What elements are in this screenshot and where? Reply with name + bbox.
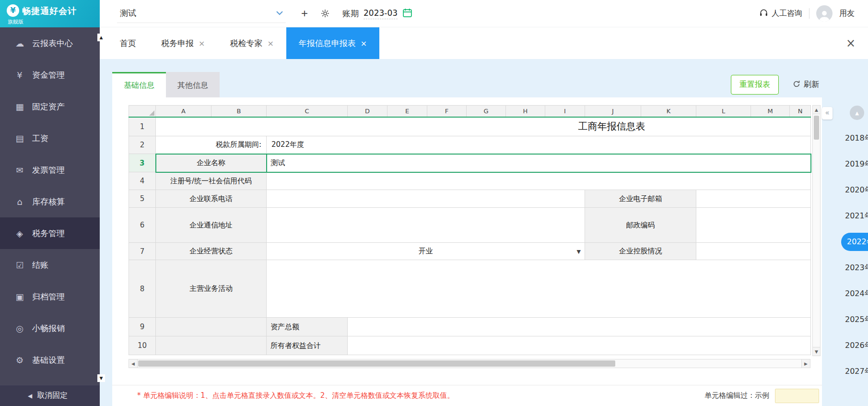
row-header[interactable]: 3 <box>129 154 156 172</box>
year-item-2022[interactable]: 2022年 <box>841 233 868 251</box>
column-header[interactable]: L <box>696 106 751 117</box>
gear-icon[interactable] <box>320 9 330 18</box>
column-header[interactable]: I <box>545 106 585 117</box>
row-header[interactable]: 9 <box>129 318 156 336</box>
sidebar-item-invoices[interactable]: ✉发票管理 <box>0 154 100 186</box>
horizontal-scroll-thumb[interactable] <box>138 360 615 367</box>
account-select[interactable]: 测试 <box>117 4 286 23</box>
year-item-2023[interactable]: 2023年 <box>822 259 868 277</box>
sidebar-item-payroll[interactable]: ▤工资 <box>0 122 100 154</box>
column-header[interactable]: F <box>427 106 467 117</box>
cell-business-status[interactable]: 开业 ▼ <box>267 243 585 260</box>
company-name-label: 企业名称 <box>156 154 267 172</box>
sidebar-item-inventory[interactable]: ⌂库存核算 <box>0 186 100 217</box>
dropdown-arrow-icon[interactable]: ▼ <box>577 248 581 254</box>
row-header[interactable]: 2 <box>129 136 156 154</box>
add-account-button[interactable]: + <box>301 7 308 20</box>
year-item-2027[interactable]: 2027年 <box>822 362 868 381</box>
regcode-label: 注册号/统一社会信用代码 <box>156 172 267 190</box>
reset-report-button[interactable]: 重置报表 <box>731 75 779 95</box>
period-cell-value[interactable]: 2022年度 <box>267 136 811 154</box>
sidebar-item-settings[interactable]: ⚙基础设置 <box>0 344 100 376</box>
sidebar-item-cloud-reports[interactable]: ☁云报表中心 <box>0 27 100 59</box>
tab-tax-filing[interactable]: 税务申报× <box>149 27 217 59</box>
edited-cell-swatch <box>775 389 819 403</box>
scroll-top-button[interactable]: ▲ <box>850 106 864 120</box>
cell-company-name[interactable]: 测试 <box>267 154 811 172</box>
tab-label: 税检专家 <box>230 38 262 49</box>
year-item-2018[interactable]: 2018年 <box>822 129 868 147</box>
column-header[interactable]: E <box>387 106 427 117</box>
sidebar-scroll-up-icon[interactable]: ▲ <box>97 34 105 41</box>
edition-badge: 旗舰版 <box>8 18 23 25</box>
cell-address[interactable] <box>267 208 585 243</box>
sidebar-item-guide[interactable]: ✎新手引导 <box>0 376 100 385</box>
year-item-2025[interactable]: 2025年 <box>822 310 868 329</box>
close-tab-icon[interactable]: × <box>267 39 273 48</box>
tab-home[interactable]: 首页 <box>107 27 149 59</box>
year-item-2024[interactable]: 2024年 <box>822 285 868 303</box>
row-header[interactable]: 7 <box>129 243 156 260</box>
close-tab-icon[interactable]: × <box>361 39 367 48</box>
reimburse-icon: ◎ <box>14 323 25 334</box>
column-header[interactable]: H <box>506 106 545 117</box>
avatar[interactable] <box>816 5 833 22</box>
close-page-icon[interactable]: × <box>846 27 856 59</box>
row-header[interactable]: 4 <box>129 172 156 190</box>
unpin-sidebar-button[interactable]: ◀ 取消固定 <box>0 385 100 406</box>
period-value[interactable]: 2023-03 <box>364 8 398 19</box>
cell-zip[interactable] <box>696 208 811 243</box>
cell-email[interactable] <box>696 190 811 208</box>
cell-business[interactable] <box>267 260 811 318</box>
scroll-down-icon[interactable]: ▼ <box>813 347 820 356</box>
sidebar-item-label: 工资 <box>32 133 48 144</box>
row-header[interactable]: 10 <box>129 336 156 355</box>
year-item-2019[interactable]: 2019年 <box>822 155 868 173</box>
cell-assets[interactable] <box>348 318 811 336</box>
year-item-2020[interactable]: 2020年 <box>822 181 868 199</box>
vertical-scroll-thumb[interactable] <box>814 116 819 140</box>
sidebar-item-tax[interactable]: ◈税务管理 <box>0 217 100 249</box>
scroll-left-icon[interactable]: ◀ <box>129 359 138 368</box>
sheet-horizontal-scrollbar[interactable]: ◀ ▶ <box>129 359 810 368</box>
column-header[interactable]: N <box>790 106 811 117</box>
tab-other-info[interactable]: 其他信息 <box>166 72 220 97</box>
sidebar-scroll-down-icon[interactable]: ▼ <box>97 374 105 382</box>
cell-regcode[interactable] <box>267 172 811 190</box>
column-header[interactable]: J <box>585 106 641 117</box>
sheet-vertical-scrollbar[interactable]: ▲ ▼ <box>812 105 821 356</box>
cell-equity[interactable] <box>348 336 811 355</box>
sidebar-item-funds[interactable]: ¥资金管理 <box>0 59 100 91</box>
sidebar-item-archive[interactable]: ▣归档管理 <box>0 281 100 312</box>
column-header[interactable]: B <box>211 106 267 117</box>
scroll-right-icon[interactable]: ▶ <box>801 359 810 368</box>
tab-basic-info[interactable]: 基础信息 <box>112 72 166 97</box>
tab-annual-report[interactable]: 年报信息申报表× <box>286 27 379 59</box>
column-header[interactable]: K <box>641 106 696 117</box>
row-header[interactable]: 8 <box>129 260 156 318</box>
scroll-up-icon[interactable]: ▲ <box>813 106 820 114</box>
sidebar-item-closing[interactable]: ☑结账 <box>0 249 100 281</box>
user-name[interactable]: 用友 <box>839 9 855 19</box>
sidebar-item-reimburse[interactable]: ◎小畅报销 <box>0 312 100 344</box>
collapse-years-button[interactable]: « <box>822 107 833 119</box>
year-item-2026[interactable]: 2026年 <box>822 336 868 355</box>
support-link[interactable]: 人工咨询 <box>759 8 802 19</box>
column-header[interactable]: C <box>267 106 348 117</box>
year-item-2021[interactable]: 2021年 <box>822 207 868 225</box>
column-header[interactable]: A <box>156 106 211 117</box>
column-header[interactable]: M <box>751 106 790 117</box>
refresh-button[interactable]: 刷新 <box>793 80 819 90</box>
row-header[interactable]: 5 <box>129 190 156 208</box>
select-all-corner[interactable] <box>129 106 156 117</box>
cell-phone[interactable] <box>267 190 585 208</box>
close-tab-icon[interactable]: × <box>199 39 205 48</box>
row-header[interactable]: 1 <box>129 117 156 136</box>
calendar-icon[interactable] <box>402 8 412 20</box>
tab-tax-expert[interactable]: 税检专家× <box>217 27 286 59</box>
column-header[interactable]: G <box>467 106 506 117</box>
cell-holding[interactable] <box>696 243 811 260</box>
row-header[interactable]: 6 <box>129 208 156 243</box>
column-header[interactable]: D <box>348 106 387 117</box>
sidebar-item-fixed-assets[interactable]: ▦固定资产 <box>0 91 100 122</box>
